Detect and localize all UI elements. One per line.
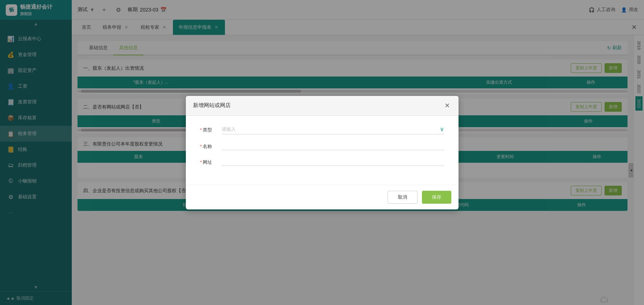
form-name-row: * 名称 xyxy=(200,143,444,150)
name-input[interactable] xyxy=(222,143,444,148)
dialog-header: 新增网站或网店 ✕ xyxy=(186,96,459,116)
url-input-wrap xyxy=(222,159,444,166)
type-input-wrap: ∨ xyxy=(222,126,444,134)
form-url-row: * 网址 xyxy=(200,159,444,166)
dialog-close-btn[interactable]: ✕ xyxy=(443,102,451,110)
type-dropdown-arrow[interactable]: ∨ xyxy=(440,126,444,133)
url-label: * 网址 xyxy=(200,159,222,166)
form-type-row: * 类型 ∨ xyxy=(200,126,444,134)
dialog-overlay: 新增网站或网店 ✕ * 类型 ∨ * 名称 xyxy=(0,0,644,305)
dialog-title: 新增网站或网店 xyxy=(193,102,231,109)
type-label: * 类型 xyxy=(200,127,222,133)
cancel-button[interactable]: 取消 xyxy=(387,191,418,204)
dialog-body: * 类型 ∨ * 名称 * xyxy=(186,116,459,185)
save-button[interactable]: 保存 xyxy=(422,191,451,204)
url-input[interactable] xyxy=(222,159,444,164)
add-website-dialog: 新增网站或网店 ✕ * 类型 ∨ * 名称 xyxy=(186,96,459,209)
name-label: * 名称 xyxy=(200,143,222,150)
dialog-footer: 取消 保存 xyxy=(186,185,459,209)
name-input-wrap xyxy=(222,143,444,150)
type-input[interactable] xyxy=(222,126,440,132)
